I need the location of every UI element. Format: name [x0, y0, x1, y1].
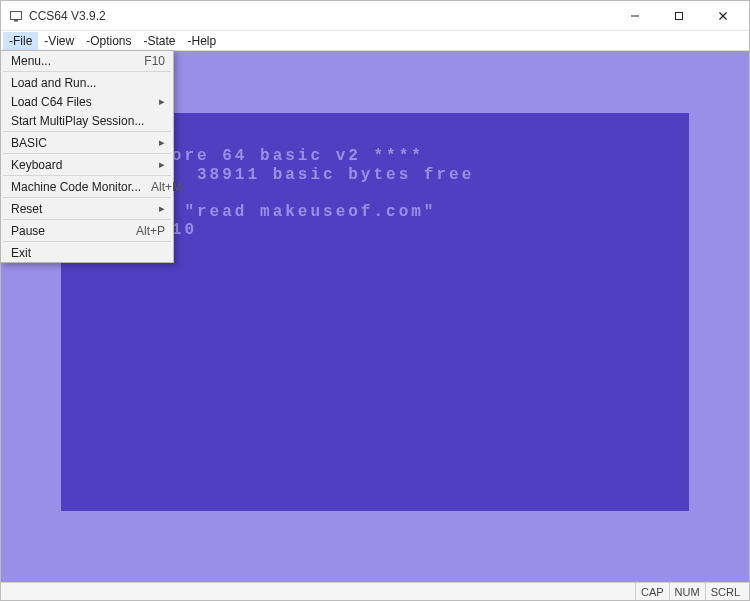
menu-item-shortcut: Alt+P: [126, 224, 165, 238]
window-title: CCS64 V3.9.2: [29, 9, 613, 23]
file-menu-exit[interactable]: Exit: [1, 243, 173, 262]
file-dropdown: Menu... F10 Load and Run... Load C64 Fil…: [0, 50, 174, 263]
menu-separator: [3, 241, 171, 242]
menu-item-label: Keyboard: [11, 158, 149, 172]
menu-item-label: Menu...: [11, 54, 134, 68]
file-menu-start-multiplay[interactable]: Start MultiPlay Session...: [1, 111, 173, 130]
menu-view[interactable]: -View: [38, 32, 80, 50]
minimize-button[interactable]: [613, 2, 657, 30]
statusbar: CAP NUM SCRL: [1, 582, 749, 600]
close-button[interactable]: [701, 2, 745, 30]
menu-separator: [3, 219, 171, 220]
menu-item-label: BASIC: [11, 136, 149, 150]
titlebar: CCS64 V3.9.2: [1, 1, 749, 31]
chevron-right-icon: ▸: [149, 202, 165, 215]
file-menu-pause[interactable]: Pause Alt+P: [1, 221, 173, 240]
menu-state[interactable]: -State: [138, 32, 182, 50]
status-scrl: SCRL: [705, 583, 745, 600]
menu-help[interactable]: -Help: [182, 32, 223, 50]
menu-item-label: Load C64 Files: [11, 95, 149, 109]
menu-item-shortcut: F10: [134, 54, 165, 68]
chevron-right-icon: ▸: [149, 158, 165, 171]
file-menu-keyboard[interactable]: Keyboard ▸: [1, 155, 173, 174]
status-cap: CAP: [635, 583, 669, 600]
svg-rect-0: [11, 11, 22, 19]
menu-options[interactable]: -Options: [80, 32, 137, 50]
window-controls: [613, 2, 745, 30]
app-icon: [9, 9, 23, 23]
menu-item-shortcut: Alt+M: [141, 180, 182, 194]
menu-separator: [3, 175, 171, 176]
menu-item-label: Exit: [11, 246, 165, 260]
menu-separator: [3, 131, 171, 132]
svg-rect-1: [14, 20, 18, 22]
menubar: -File -View -Options -State -Help: [1, 31, 749, 51]
menu-item-label: Pause: [11, 224, 126, 238]
maximize-button[interactable]: [657, 2, 701, 30]
menu-separator: [3, 71, 171, 72]
svg-rect-3: [676, 12, 683, 19]
chevron-right-icon: ▸: [149, 136, 165, 149]
menu-item-label: Machine Code Monitor...: [11, 180, 141, 194]
file-menu-basic[interactable]: BASIC ▸: [1, 133, 173, 152]
file-menu-machine-code-monitor[interactable]: Machine Code Monitor... Alt+M: [1, 177, 173, 196]
file-menu-menu[interactable]: Menu... F10: [1, 51, 173, 70]
status-num: NUM: [669, 583, 705, 600]
menu-file[interactable]: -File: [3, 32, 38, 50]
menu-item-label: Start MultiPlay Session...: [11, 114, 165, 128]
file-menu-load-and-run[interactable]: Load and Run...: [1, 73, 173, 92]
menu-item-label: Load and Run...: [11, 76, 165, 90]
file-menu-load-c64-files[interactable]: Load C64 Files ▸: [1, 92, 173, 111]
file-menu-reset[interactable]: Reset ▸: [1, 199, 173, 218]
chevron-right-icon: ▸: [149, 95, 165, 108]
menu-separator: [3, 153, 171, 154]
menu-separator: [3, 197, 171, 198]
menu-item-label: Reset: [11, 202, 149, 216]
